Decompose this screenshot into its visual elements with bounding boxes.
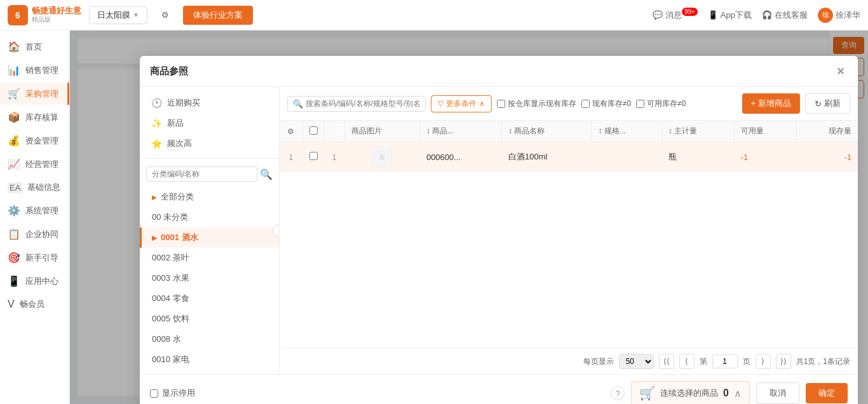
add-product-button[interactable]: + 新增商品 [742, 93, 800, 114]
cell-spec [592, 142, 661, 172]
th-available[interactable]: 可用量 [734, 121, 796, 142]
table-row[interactable]: 1 1 图 [280, 142, 858, 172]
show-disabled-input[interactable] [150, 389, 158, 398]
cart-text-label: 连续选择的商品 [660, 387, 718, 399]
refresh-button[interactable]: ↻ 刷新 [805, 93, 850, 114]
prev-page-button[interactable]: ⟨ [679, 354, 695, 369]
dialog-body: 🕐 近期购买 ✨ 新品 ⭐ 频次高 《 [140, 87, 858, 374]
category-item-00[interactable]: 00 未分类 [140, 207, 279, 227]
message-badge: 99+ [682, 8, 698, 16]
clock-icon: 🕐 [151, 98, 162, 108]
sidebar-item-system[interactable]: ⚙️ 系统管理 [0, 199, 69, 222]
cart-collapse-button[interactable]: ∧ [734, 387, 742, 400]
row-checkbox[interactable] [309, 152, 318, 160]
checkbox-stock-nonzero[interactable]: 现有库存≠0 [581, 98, 631, 109]
logo-area: 6 畅捷通好生意 精品版 [8, 5, 81, 25]
th-name[interactable]: ↕ 商品名称 [501, 121, 591, 142]
page-unit-label: 页 [743, 356, 750, 367]
show-disabled-checkbox[interactable]: 显示停用 [150, 387, 195, 399]
confirm-button[interactable]: 确定 [806, 383, 848, 403]
tab-frequent[interactable]: ⭐ 频次高 [145, 134, 274, 153]
first-page-button[interactable]: ⟨⟨ [659, 354, 674, 369]
select-all-checkbox[interactable] [309, 126, 318, 135]
th-code[interactable]: ↕ 商品... [419, 121, 501, 142]
next-page-button[interactable]: ⟩ [756, 354, 771, 369]
category-item-all[interactable]: ▶ 全部分类 [140, 187, 279, 207]
per-page-select[interactable]: 50 10 20 100 [619, 354, 654, 369]
gear-button[interactable]: ⚙ [155, 5, 175, 25]
last-page-button[interactable]: ⟩⟩ [776, 354, 791, 369]
checkbox-available-nonzero-input[interactable] [636, 100, 644, 108]
apps-icon: 📱 [8, 275, 20, 287]
sidebar-item-guide[interactable]: 🎯 新手引导 [0, 246, 69, 269]
category-search-input[interactable] [146, 166, 257, 182]
experience-btn[interactable]: 体验行业方案 [183, 6, 253, 25]
sidebar-item-purchase[interactable]: 🛒 采购管理 [0, 83, 69, 105]
operations-icon: 📈 [8, 158, 20, 170]
cell-checkbox[interactable] [302, 142, 324, 172]
tab-label: 近期购买 [167, 97, 200, 109]
nav-selector[interactable]: 日太阳膜 ▼ [89, 6, 147, 24]
guide-icon: 🎯 [8, 252, 20, 264]
product-table: ⚙ 商品图片 ↕ 商品... [280, 121, 858, 172]
th-stock[interactable]: 现存量 [796, 121, 858, 142]
window-controls: ✕ [832, 64, 848, 79]
category-item-0001[interactable]: ▶ 0001 酒水 [140, 227, 279, 248]
category-item-0005[interactable]: 0005 饮料 [140, 309, 279, 329]
nav-messages[interactable]: 💬 消息 99+ [653, 10, 698, 21]
checkbox-stock-nonzero-input[interactable] [581, 100, 590, 108]
checkbox-warehouse-input[interactable] [497, 100, 505, 108]
new-icon: ✨ [151, 118, 162, 128]
category-label: 00 未分类 [152, 212, 188, 222]
th-spec[interactable]: ↕ 规格... [592, 121, 661, 142]
sidebar-item-inventory[interactable]: 📦 库存核算 [0, 106, 69, 128]
phone-icon: 📱 [708, 10, 718, 20]
close-icon[interactable]: ✕ [832, 64, 848, 79]
product-image: 图 [372, 147, 392, 167]
nav-online-service[interactable]: 🎧 在线客服 [762, 10, 808, 21]
checkbox-available-nonzero[interactable]: 可用库存≠0 [636, 98, 686, 109]
top-nav: 6 畅捷通好生意 精品版 日太阳膜 ▼ ⚙ 体验行业方案 💬 消息 99+ 📱 … [0, 0, 868, 30]
headset-icon: 🎧 [762, 10, 772, 20]
category-item-0003[interactable]: 0003 水果 [140, 268, 279, 288]
help-button[interactable]: ? [611, 386, 625, 400]
sidebar-item-collab[interactable]: 📋 企业协同 [0, 223, 69, 245]
purchase-icon: 🛒 [8, 88, 20, 100]
tab-new-products[interactable]: ✨ 新品 [145, 114, 274, 133]
logo-title: 畅捷通好生意 [32, 6, 81, 16]
page-number-input[interactable] [712, 354, 738, 368]
category-item-0004[interactable]: 0004 零食 [140, 288, 279, 309]
collab-icon: 📋 [8, 228, 20, 240]
sidebar-item-basic[interactable]: EA 基础信息 [0, 177, 69, 198]
category-item-0010[interactable]: 0010 家电 [140, 349, 279, 368]
th-unit[interactable]: ↕ 主计量 [661, 121, 734, 142]
product-search-input[interactable] [306, 99, 420, 108]
nav-app-download[interactable]: 📱 App下载 [708, 10, 752, 21]
logo-icon: 6 [8, 5, 28, 25]
category-item-0008[interactable]: 0008 水 [140, 329, 279, 349]
sidebar-item-member[interactable]: V 畅会员 [0, 293, 69, 315]
category-search-button[interactable]: 🔍 [260, 168, 273, 180]
sidebar-item-apps[interactable]: 📱 应用中心 [0, 270, 69, 292]
filter-button[interactable]: ▽ 更多条件 ∧ [431, 95, 492, 112]
category-item-0002[interactable]: 0002 茶叶 [140, 248, 279, 268]
sidebar-item-home[interactable]: 🏠 首页 [0, 36, 69, 58]
sidebar-item-finance[interactable]: 💰 资金管理 [0, 130, 69, 152]
sales-icon: 📊 [8, 64, 20, 76]
dialog-right-panel: 🔍 ▽ 更多条件 ∧ 按仓库显示现有库存 [280, 87, 858, 374]
cell-image: 图 [344, 142, 419, 172]
th-settings[interactable]: ⚙ [280, 121, 302, 142]
sidebar-item-label: 销售管理 [25, 65, 58, 76]
sidebar-item-sales[interactable]: 📊 销售管理 [0, 59, 69, 81]
sidebar-item-label: 经营管理 [25, 159, 58, 170]
category-label: 全部分类 [161, 191, 194, 203]
sidebar-item-label: 畅会员 [20, 299, 44, 310]
nav-user[interactable]: 徐 徐泽华 [818, 8, 860, 23]
checkbox-warehouse[interactable]: 按仓库显示现有库存 [497, 98, 576, 109]
cancel-button[interactable]: 取消 [756, 382, 799, 404]
sidebar-item-operations[interactable]: 📈 经营管理 [0, 153, 69, 175]
logo-sub: 精品版 [32, 15, 81, 24]
expand-icon: ▶ [152, 234, 157, 241]
inventory-icon: 📦 [8, 111, 20, 123]
tab-recent-purchase[interactable]: 🕐 近期购买 [145, 93, 274, 112]
